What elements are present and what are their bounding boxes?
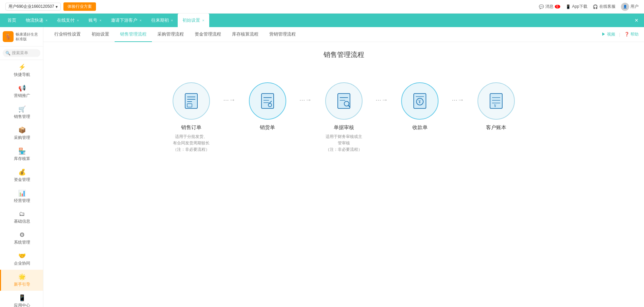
sidebar-item-guide[interactable]: 🌟 新手引导 (0, 270, 43, 291)
sub-tab-purchase-flow-label: 采购管理流程 (157, 32, 184, 37)
sidebar-item-operations[interactable]: 📊 经营管理 (0, 186, 43, 207)
flow-arrow-1: ···→ (223, 82, 236, 104)
nav-tab-logistics[interactable]: 物流快递 × (21, 14, 52, 27)
search-icon: 🔍 (5, 51, 11, 56)
svg-rect-19 (490, 94, 502, 108)
video-icon: ▶ (602, 32, 606, 37)
sub-tab-marketing-flow[interactable]: 营销管理流程 (264, 27, 301, 42)
sidebar-item-app-center-label: 应用中心 (14, 303, 30, 307)
sidebar-item-basic-info[interactable]: 🗂 基础信息 (0, 207, 43, 228)
sub-tabs: 行业特性设置 初始设置 销售管理流程 采购管理流程 资金管理流程 库存核算流程 … (43, 27, 644, 42)
sidebar-item-finance[interactable]: 💰 资金管理 (0, 165, 43, 186)
nav-close-invite[interactable]: × (139, 18, 141, 22)
nav-tab-home[interactable]: 首页 (3, 14, 21, 27)
sub-tab-industry-label: 行业特性设置 (54, 32, 81, 37)
nav-close-init-settings[interactable]: × (202, 18, 204, 22)
inventory-icon: 🏪 (18, 147, 26, 155)
nav-tab-payment[interactable]: 在线支付 × (52, 14, 83, 27)
avatar: 👤 (621, 3, 629, 11)
nav-close-logistics[interactable]: × (45, 18, 47, 22)
sidebar-item-sales[interactable]: 🛒 销售管理 (0, 102, 43, 123)
message-item[interactable]: 💬 消息 6 (539, 4, 560, 9)
flow-step-customer-ledger-title: 客户账本 (486, 124, 506, 131)
sidebar-search-input[interactable]: 🔍 搜索菜单 (3, 49, 40, 57)
nav-close-period[interactable]: × (171, 18, 173, 22)
user-selector[interactable]: 用户690企业1660120507 ▾ (5, 3, 61, 11)
help-link[interactable]: ❓ 帮助 (624, 32, 639, 37)
sidebar-item-finance-label: 资金管理 (14, 177, 30, 183)
svg-rect-5 (261, 94, 274, 108)
system-icon: ⚙ (19, 231, 25, 239)
guide-icon: 🌟 (18, 273, 26, 281)
nav-tab-period[interactable]: 往来期初 × (147, 14, 178, 27)
nav-tab-account[interactable]: 账号 × (84, 14, 106, 27)
top-bar-right: 💬 消息 6 📱 App下载 🎧 在线客服 👤 用户 (539, 3, 639, 11)
sidebar-item-marketing-promo-label: 营销推广 (14, 93, 30, 99)
sub-tab-finance-flow[interactable]: 资金管理流程 (189, 27, 227, 42)
arrow-icon-1: ···→ (223, 96, 236, 104)
divider: | (619, 32, 620, 37)
sidebar-item-purchase-label: 采购管理 (14, 135, 30, 141)
operations-icon: 📊 (18, 189, 26, 197)
svg-rect-10 (338, 94, 350, 108)
flow-step-sales-invoice: 销货单 (237, 82, 298, 134)
content-area: 行业特性设置 初始设置 销售管理流程 采购管理流程 资金管理流程 库存核算流程 … (43, 27, 644, 307)
sub-tab-marketing-flow-label: 营销管理流程 (269, 32, 296, 37)
flow-step-approval-title: 单据审核 (334, 124, 354, 131)
sidebar-item-inventory[interactable]: 🏪 库存核算 (0, 144, 43, 165)
main-nav: 首页 物流快递 × 在线支付 × 账号 × 邀请下游客户 × 往来期初 × 初始… (0, 14, 644, 27)
finance-icon: 💰 (18, 168, 26, 176)
sidebar-item-marketing-promo[interactable]: 📢 营销推广 (0, 81, 43, 102)
app-download-item[interactable]: 📱 App下载 (566, 4, 587, 9)
video-link[interactable]: ▶ 视频 (602, 32, 615, 37)
sub-tab-sales-flow[interactable]: 销售管理流程 (115, 27, 152, 42)
search-placeholder: 搜索菜单 (12, 50, 28, 56)
flow-circle-customer-ledger: ¥ (477, 82, 515, 120)
help-label: 帮助 (630, 32, 639, 37)
sidebar-item-system[interactable]: ⚙ 系统管理 (0, 228, 43, 249)
message-badge: 6 (555, 5, 560, 8)
sidebar-item-purchase[interactable]: 📦 采购管理 (0, 123, 43, 144)
main-nav-close[interactable]: ✕ (632, 16, 641, 24)
purchase-icon: 📦 (18, 126, 26, 134)
logo-line2: 标准版 (16, 37, 38, 41)
video-label: 视频 (607, 32, 615, 37)
flow-circle-receipt: ¥ (401, 82, 438, 120)
sidebar-item-app-center[interactable]: 📱 应用中心 (0, 291, 43, 307)
nav-tab-home-label: 首页 (7, 17, 16, 23)
flow-diagram: 销售订单 适用于分批发货、有合同发货周期较长（注：非必要流程） ···→ (52, 76, 636, 160)
main-area: 销售管理流程 销售订单 适用于分批发货、有合同 (43, 42, 644, 307)
sidebar-logo: 🦌 畅康通好生意 标准版 (0, 27, 43, 46)
trial-button[interactable]: 体验行业方案 (63, 2, 96, 11)
flow-step-sales-order-title: 销售订单 (181, 124, 201, 131)
sub-tabs-right: ▶ 视频 | ❓ 帮助 (602, 32, 639, 37)
sidebar: 🦌 畅康通好生意 标准版 🔍 搜索菜单 ⚡ 快捷导航 📢 营销推广 🛒 销售管理… (0, 27, 43, 307)
sub-tab-purchase-flow[interactable]: 采购管理流程 (152, 27, 189, 42)
nav-tab-invite[interactable]: 邀请下游客户 × (106, 14, 146, 27)
sidebar-item-guide-label: 新手引导 (14, 282, 30, 287)
nav-tab-payment-label: 在线支付 (57, 17, 75, 23)
flow-step-approval: 单据审核 适用于财务审核或主管审核（注：非必要流程） (313, 82, 374, 153)
sub-tab-sales-flow-label: 销售管理流程 (120, 32, 147, 37)
nav-tab-init-settings[interactable]: 初始设置 × (178, 14, 209, 27)
logo-icon: 🦌 (3, 31, 14, 42)
nav-close-account[interactable]: × (99, 18, 101, 22)
nav-tab-invite-label: 邀请下游客户 (111, 17, 137, 23)
quick-icon: ⚡ (18, 63, 26, 71)
svg-text:¥: ¥ (418, 99, 421, 104)
app-icon: 📱 (566, 4, 571, 9)
sub-tab-inventory-flow[interactable]: 库存核算流程 (227, 27, 264, 42)
sidebar-item-quick[interactable]: ⚡ 快捷导航 (0, 60, 43, 81)
sidebar-item-collab[interactable]: 🤝 企业协同 (0, 249, 43, 270)
user-avatar-item[interactable]: 👤 用户 (621, 3, 639, 11)
sub-tab-init[interactable]: 初始设置 (86, 27, 115, 42)
page-title: 销售管理流程 (52, 50, 636, 59)
flow-arrow-4: ···→ (452, 82, 464, 104)
sidebar-item-inventory-label: 库存核算 (14, 156, 30, 162)
sub-tab-industry[interactable]: 行业特性设置 (49, 27, 86, 42)
online-service-item[interactable]: 🎧 在线客服 (593, 4, 616, 9)
flow-arrow-2: ···→ (299, 82, 312, 104)
nav-close-payment[interactable]: × (77, 18, 79, 22)
help-icon: ❓ (624, 32, 629, 37)
sidebar-item-operations-label: 经营管理 (14, 198, 30, 204)
